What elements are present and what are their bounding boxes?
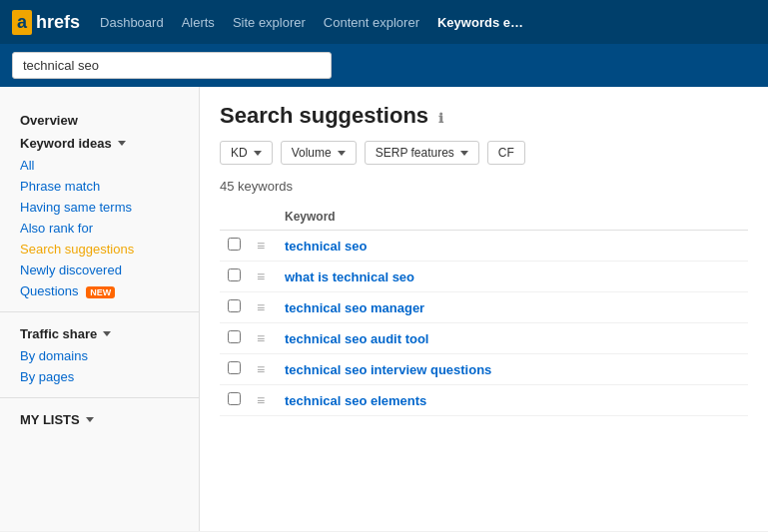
chevron-down-icon-3 — [86, 417, 94, 422]
chevron-down-icon-kd — [254, 151, 262, 156]
nav-content-explorer[interactable]: Content explorer — [324, 15, 419, 30]
table-row: ≡ technical seo manager — [220, 292, 748, 323]
row-checkbox-4[interactable] — [228, 330, 241, 343]
chevron-down-icon — [118, 141, 126, 146]
sidebar-item-by-pages[interactable]: By pages — [0, 366, 199, 387]
sidebar-divider-1 — [0, 311, 199, 312]
nav-site-explorer[interactable]: Site explorer — [233, 15, 306, 30]
sidebar-item-having-same-terms[interactable]: Having same terms — [0, 197, 199, 218]
filter-bar: KD Volume SERP features CF — [220, 141, 748, 165]
sidebar-traffic-share[interactable]: Traffic share — [0, 322, 199, 345]
new-badge: NEW — [86, 286, 115, 298]
chevron-down-icon-2 — [103, 331, 111, 336]
content-area: Search suggestions ℹ KD Volume SERP feat… — [200, 87, 768, 531]
chevron-down-icon-serp — [460, 151, 468, 156]
table-row: ≡ technical seo interview questions — [220, 354, 748, 385]
sidebar-item-newly-discovered[interactable]: Newly discovered — [0, 260, 199, 280]
nav-alerts[interactable]: Alerts — [182, 15, 215, 30]
keyword-link-6[interactable]: technical seo elements — [285, 393, 426, 408]
sidebar-item-phrase-match[interactable]: Phrase match — [0, 176, 199, 197]
keywords-count: 45 keywords — [220, 179, 748, 194]
sidebar-keyword-ideas[interactable]: Keyword ideas — [0, 132, 199, 155]
filter-cf[interactable]: CF — [487, 141, 525, 165]
logo-highlight: a — [12, 10, 32, 35]
col-checkbox — [220, 204, 249, 231]
sidebar-item-search-suggestions[interactable]: Search suggestions — [0, 239, 199, 260]
col-keyword: Keyword — [277, 204, 748, 231]
nav-dashboard[interactable]: Dashboard — [100, 15, 164, 30]
sidebar-item-by-domains[interactable]: By domains — [0, 345, 199, 366]
nav-keywords-explorer[interactable]: Keywords e… — [437, 15, 523, 30]
sidebar: Overview Keyword ideas All Phrase match … — [0, 87, 200, 531]
row-checkbox-2[interactable] — [228, 268, 241, 281]
keywords-table: Keyword ≡ technical seo ≡ what is techni… — [220, 204, 748, 416]
logo-rest: hrefs — [36, 12, 80, 33]
row-filter-icon-1: ≡ — [257, 238, 265, 254]
keyword-link-4[interactable]: technical seo audit tool — [285, 331, 428, 346]
top-nav: a hrefs Dashboard Alerts Site explorer C… — [0, 0, 768, 44]
keyword-ideas-label: Keyword ideas — [20, 136, 112, 151]
keyword-link-2[interactable]: what is technical seo — [285, 269, 414, 284]
keyword-link-3[interactable]: technical seo manager — [285, 300, 424, 315]
search-input[interactable] — [12, 52, 332, 79]
chevron-down-icon-volume — [338, 151, 346, 156]
sidebar-item-questions[interactable]: Questions NEW — [0, 280, 199, 301]
row-checkbox-3[interactable] — [228, 299, 241, 312]
col-icon — [249, 204, 277, 231]
search-bar — [0, 44, 768, 87]
traffic-share-label: Traffic share — [20, 326, 97, 341]
row-filter-icon-5: ≡ — [257, 361, 265, 377]
page-title: Search suggestions ℹ — [220, 103, 748, 129]
sidebar-item-all[interactable]: All — [0, 155, 199, 176]
my-lists-label: MY LISTS — [20, 412, 80, 427]
sidebar-item-also-rank-for[interactable]: Also rank for — [0, 218, 199, 239]
row-filter-icon-4: ≡ — [257, 330, 265, 346]
row-checkbox-5[interactable] — [228, 361, 241, 374]
filter-kd[interactable]: KD — [220, 141, 273, 165]
keyword-link-5[interactable]: technical seo interview questions — [285, 362, 491, 377]
table-row: ≡ technical seo elements — [220, 385, 748, 416]
table-row: ≡ technical seo — [220, 231, 748, 262]
info-icon: ℹ — [438, 111, 443, 126]
main-layout: Overview Keyword ideas All Phrase match … — [0, 87, 768, 531]
filter-serp-features[interactable]: SERP features — [365, 141, 479, 165]
row-filter-icon-6: ≡ — [257, 392, 265, 408]
sidebar-overview[interactable]: Overview — [0, 103, 199, 132]
row-filter-icon-2: ≡ — [257, 268, 265, 284]
sidebar-my-lists[interactable]: MY LISTS — [0, 408, 199, 431]
table-row: ≡ what is technical seo — [220, 262, 748, 292]
row-filter-icon-3: ≡ — [257, 299, 265, 315]
row-checkbox-6[interactable] — [228, 392, 241, 405]
filter-volume[interactable]: Volume — [281, 141, 357, 165]
keyword-link-1[interactable]: technical seo — [285, 239, 367, 254]
row-checkbox-1[interactable] — [228, 238, 241, 251]
sidebar-divider-2 — [0, 397, 199, 398]
table-row: ≡ technical seo audit tool — [220, 323, 748, 354]
